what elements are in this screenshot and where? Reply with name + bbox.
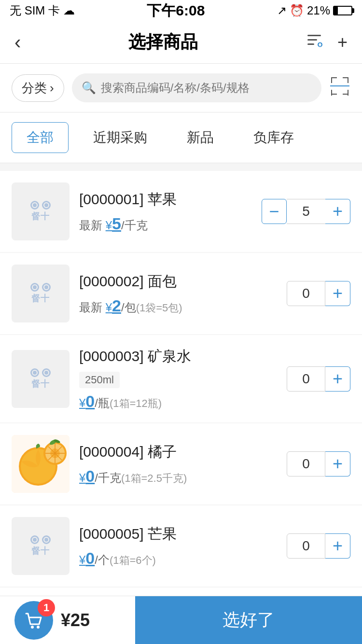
quantity-input[interactable] [287, 199, 325, 224]
product-name: [0000002] 面包 [79, 272, 277, 292]
product-price: ¥0/个(1箱=6个) [79, 549, 277, 568]
price-number: 0 [85, 392, 95, 410]
product-info: [0000005] 芒果 ¥0/个(1箱=6个) [79, 524, 277, 568]
quantity-control: 0 + [287, 451, 350, 476]
product-item: 督十 [0000001] 苹果 最新 ¥5/千克 − + [0, 171, 362, 252]
quantity-control: 0 + [287, 366, 350, 392]
svg-rect-9 [348, 77, 348, 83]
price-hint: (1袋=5包) [136, 302, 182, 314]
bottom-bar: 1 ¥25 选好了 [0, 596, 362, 644]
tab-all[interactable]: 全部 [12, 122, 69, 153]
svg-point-27 [31, 626, 34, 629]
status-bar: 无 SIM 卡 ☁ 下午6:08 ↗ ⏰ 21% [0, 0, 362, 21]
tab-recent[interactable]: 近期采购 [78, 122, 162, 153]
quantity-display[interactable]: 0 [287, 451, 325, 476]
product-price: ¥0/瓶(1箱=12瓶) [79, 392, 277, 411]
quantity-control: 0 + [287, 533, 350, 559]
category-chevron: › [50, 81, 54, 96]
increase-button[interactable]: + [325, 451, 350, 476]
quantity-display[interactable]: 0 [287, 281, 325, 306]
product-thumbnail [12, 435, 70, 493]
svg-rect-5 [319, 44, 321, 46]
increase-button[interactable]: + [325, 281, 350, 306]
price-label: 最新 [79, 301, 106, 314]
price-symbol: ¥ [106, 301, 112, 314]
price-symbol: ¥ [79, 471, 85, 484]
price-number: 5 [112, 214, 121, 233]
product-name: [0000004] 橘子 [79, 442, 277, 462]
nav-bar: ‹ 选择商品 + [0, 21, 362, 64]
price-label: 最新 [79, 219, 106, 232]
cart-section: 1 ¥25 [0, 601, 135, 640]
cart-button[interactable]: 1 [14, 601, 53, 640]
status-time: 下午6:08 [147, 1, 205, 21]
quantity-control: 0 + [287, 281, 350, 306]
quantity-control: − + [262, 199, 350, 224]
price-unit: /瓶 [95, 396, 110, 409]
svg-rect-7 [331, 77, 332, 83]
signal-text: 无 SIM 卡 ☁ [10, 3, 75, 18]
location-icon: ↗ [277, 4, 287, 17]
price-symbol: ¥ [79, 396, 85, 409]
product-item: 督十 [0000002] 面包 最新 ¥2/包(1袋=5包) 0 + [0, 253, 362, 334]
product-thumbnail: 督十 [12, 350, 70, 408]
product-image [12, 435, 70, 493]
product-item: 督十 [0000005] 芒果 ¥0/个(1箱=6个) 0 + [0, 505, 362, 587]
product-name: [0000003] 矿泉水 [79, 347, 277, 366]
search-box: 🔍 [72, 73, 321, 102]
product-name: [0000001] 苹果 [79, 190, 252, 210]
category-label: 分类 [22, 80, 47, 97]
increase-button[interactable]: + [325, 366, 350, 392]
price-unit: /千克 [121, 219, 148, 232]
decrease-button[interactable]: − [262, 199, 287, 224]
price-unit: /千克 [95, 471, 121, 484]
nav-actions: + [306, 31, 348, 53]
product-list: 督十 [0000001] 苹果 最新 ¥5/千克 − + 督十 [0, 171, 362, 644]
add-button[interactable]: + [337, 32, 348, 53]
product-thumbnail: 督十 [12, 517, 70, 575]
search-input[interactable] [101, 81, 312, 95]
product-name: [0000005] 芒果 [79, 524, 277, 544]
divider [0, 163, 362, 171]
confirm-button[interactable]: 选好了 [135, 596, 362, 644]
product-item: [0000004] 橘子 ¥0/千克(1箱=2.5千克) 0 + [0, 423, 362, 504]
status-left: 无 SIM 卡 ☁ [10, 3, 75, 18]
price-number: 0 [85, 467, 95, 485]
price-symbol: ¥ [79, 553, 85, 566]
price-symbol: ¥ [106, 219, 112, 232]
tabs-bar: 全部 近期采购 新品 负库存 [0, 112, 362, 163]
svg-point-28 [37, 626, 40, 629]
increase-button[interactable]: + [325, 533, 350, 559]
svg-rect-1 [307, 39, 317, 41]
battery-text: 21% [307, 4, 330, 17]
product-price: 最新 ¥5/千克 [79, 214, 252, 233]
page-title: 选择商品 [128, 30, 198, 54]
product-info: [0000001] 苹果 最新 ¥5/千克 [79, 190, 252, 233]
price-number: 0 [85, 549, 95, 567]
product-thumbnail: 督十 [12, 182, 70, 240]
product-spec: 250ml [79, 372, 120, 388]
tab-new[interactable]: 新品 [172, 122, 229, 153]
svg-rect-11 [331, 90, 332, 96]
product-thumbnail: 督十 [12, 265, 70, 322]
battery-icon [333, 6, 352, 15]
product-price: 最新 ¥2/包(1袋=5包) [79, 296, 277, 315]
quantity-display[interactable]: 0 [287, 366, 325, 392]
category-button[interactable]: 分类 › [12, 74, 64, 102]
quantity-display[interactable]: 0 [287, 533, 325, 559]
filter-button[interactable] [306, 31, 323, 53]
alarm-icon: ⏰ [290, 4, 304, 17]
svg-rect-0 [307, 35, 321, 36]
increase-button[interactable]: + [325, 199, 350, 224]
cart-badge: 1 [38, 599, 55, 616]
price-unit: /个 [95, 553, 110, 566]
scan-button[interactable] [329, 75, 350, 101]
price-hint: (1箱=6个) [110, 554, 156, 566]
search-icon: 🔍 [82, 81, 96, 95]
product-info: [0000002] 面包 最新 ¥2/包(1袋=5包) [79, 272, 277, 315]
product-info: [0000004] 橘子 ¥0/千克(1箱=2.5千克) [79, 442, 277, 486]
product-item: 督十 [0000003] 矿泉水 250ml ¥0/瓶(1箱=12瓶) 0 + [0, 335, 362, 422]
tab-negative[interactable]: 负库存 [238, 122, 309, 153]
svg-rect-14 [330, 85, 349, 86]
back-button[interactable]: ‹ [14, 31, 21, 53]
